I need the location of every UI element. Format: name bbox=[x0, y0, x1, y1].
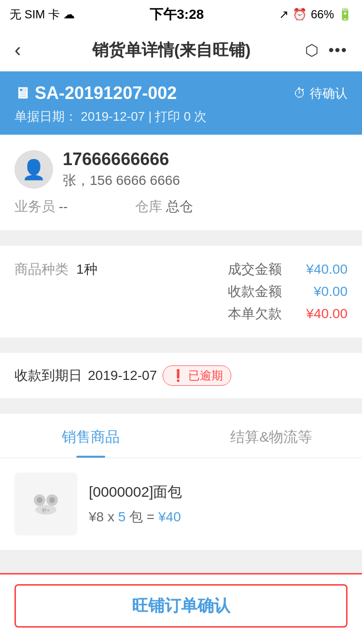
overdue-text: 已逾期 bbox=[188, 368, 223, 383]
salesman-label: 业务员 bbox=[14, 199, 55, 214]
battery-icon: 🔋 bbox=[338, 8, 352, 21]
order-id: 🖥 SA-20191207-002 bbox=[14, 83, 177, 103]
unit-price: ¥8 bbox=[89, 509, 104, 524]
summary-section: 商品种类 1种 成交金额 ¥40.00 收款金额 ¥0.00 本单欠款 ¥40.… bbox=[0, 246, 362, 337]
product-name: [0000002]面包 bbox=[89, 482, 348, 502]
due-date-label: 收款到期日 bbox=[14, 366, 82, 385]
order-header-top: 🖥 SA-20191207-002 ⏱ 待确认 bbox=[14, 83, 348, 103]
divider-3 bbox=[0, 406, 362, 414]
share-icon[interactable]: ⬡ bbox=[305, 41, 319, 59]
order-icon: 🖥 bbox=[14, 84, 30, 102]
alarm-icon: ⏰ bbox=[292, 8, 307, 21]
nav-actions: ⬡ ••• bbox=[299, 41, 348, 59]
tab-settlement[interactable]: 结算&物流等 bbox=[181, 414, 362, 458]
svg-point-3 bbox=[49, 497, 55, 503]
due-section: 收款到期日 2019-12-07 ❗ 已逾期 bbox=[0, 353, 362, 398]
location-icon: ↗ bbox=[279, 8, 289, 21]
status-bar-left: 无 SIM 卡 ☁ bbox=[10, 7, 75, 22]
status-bar-time: 下午3:28 bbox=[150, 5, 204, 24]
customer-section: 👤 17666666666 张，156 6666 6666 业务员 -- 仓库 … bbox=[0, 135, 362, 230]
warehouse-data: 总仓 bbox=[166, 199, 193, 214]
divider-2 bbox=[0, 345, 362, 353]
customer-phone: 17666666666 bbox=[63, 149, 180, 169]
svg-point-1 bbox=[37, 497, 42, 503]
bottom-bar: 旺铺订单确认 bbox=[0, 573, 362, 644]
warehouse-item: 仓库 总仓 bbox=[135, 197, 193, 216]
product-price: ¥8 x 5 包 = ¥40 bbox=[89, 508, 348, 526]
confirm-button[interactable]: 旺铺订单确认 bbox=[14, 584, 348, 628]
owed-row: 本单欠款 ¥40.00 bbox=[228, 305, 348, 323]
salesman-data: -- bbox=[59, 199, 68, 214]
multiply-sign: x bbox=[108, 509, 118, 524]
product-section: 野+ [0000002]面包 ¥8 x 5 包 = ¥40 bbox=[0, 458, 362, 550]
customer-row: 👤 17666666666 张，156 6666 6666 bbox=[14, 149, 348, 190]
nav-bar: ‹ 销货单详情(来自旺铺) ⬡ ••• bbox=[0, 29, 362, 71]
warehouse-label: 仓库 bbox=[135, 199, 162, 214]
product-thumbnail: 野+ bbox=[14, 473, 77, 535]
overdue-icon: ❗ bbox=[171, 369, 185, 382]
svg-text:野+: 野+ bbox=[42, 508, 50, 513]
status-clock-icon: ⏱ bbox=[293, 86, 306, 101]
order-date: 单据日期： 2019-12-07 | 打印 0 次 bbox=[14, 108, 348, 125]
product-item: 野+ [0000002]面包 ¥8 x 5 包 = ¥40 bbox=[0, 458, 362, 550]
battery-label: 66% bbox=[311, 8, 334, 21]
customer-info: 17666666666 张，156 6666 6666 bbox=[63, 149, 180, 190]
tabs-section: 销售商品 结算&物流等 bbox=[0, 414, 362, 458]
summary-right: 成交金额 ¥40.00 收款金额 ¥0.00 本单欠款 ¥40.00 bbox=[228, 260, 348, 323]
overdue-badge: ❗ 已逾期 bbox=[163, 365, 231, 386]
product-info: [0000002]面包 ¥8 x 5 包 = ¥40 bbox=[89, 482, 348, 526]
transaction-row: 成交金额 ¥40.00 bbox=[228, 260, 348, 279]
received-row: 收款金额 ¥0.00 bbox=[228, 282, 348, 301]
tab-products[interactable]: 销售商品 bbox=[0, 414, 181, 458]
summary-left: 商品种类 1种 bbox=[14, 260, 97, 279]
quantity: 5 bbox=[118, 509, 126, 524]
product-type-value: 1种 bbox=[76, 260, 97, 279]
customer-name: 张，156 6666 6666 bbox=[63, 171, 180, 190]
product-type-label: 商品种类 bbox=[14, 260, 69, 279]
tabs-row: 销售商品 结算&物流等 bbox=[0, 414, 362, 458]
sim-label: 无 SIM 卡 ☁ bbox=[10, 7, 75, 22]
page-title: 销货单详情(来自旺铺) bbox=[43, 39, 299, 61]
status-bar: 无 SIM 卡 ☁ 下午3:28 ↗ ⏰ 66% 🔋 bbox=[0, 0, 362, 29]
equals-sign: = bbox=[147, 509, 158, 524]
transaction-label: 成交金额 bbox=[228, 260, 282, 279]
customer-meta: 业务员 -- 仓库 总仓 bbox=[14, 197, 348, 216]
back-button[interactable]: ‹ bbox=[14, 39, 43, 61]
order-status: ⏱ 待确认 bbox=[293, 85, 348, 102]
salesman-item: 业务员 -- bbox=[14, 197, 68, 216]
owed-value: ¥40.00 bbox=[290, 306, 348, 322]
status-bar-right: ↗ ⏰ 66% 🔋 bbox=[279, 8, 352, 21]
avatar-icon: 👤 bbox=[22, 158, 46, 181]
transaction-value: ¥40.00 bbox=[290, 262, 348, 277]
total-price: ¥40 bbox=[158, 509, 181, 524]
owed-label: 本单欠款 bbox=[228, 305, 282, 323]
avatar: 👤 bbox=[14, 150, 53, 189]
received-value: ¥0.00 bbox=[290, 284, 348, 299]
unit-label: 包 bbox=[129, 509, 143, 524]
order-header: 🖥 SA-20191207-002 ⏱ 待确认 单据日期： 2019-12-07… bbox=[0, 71, 362, 135]
more-icon[interactable]: ••• bbox=[328, 41, 348, 59]
divider-1 bbox=[0, 238, 362, 246]
received-label: 收款金额 bbox=[228, 282, 282, 301]
due-date-value: 2019-12-07 bbox=[88, 368, 157, 383]
